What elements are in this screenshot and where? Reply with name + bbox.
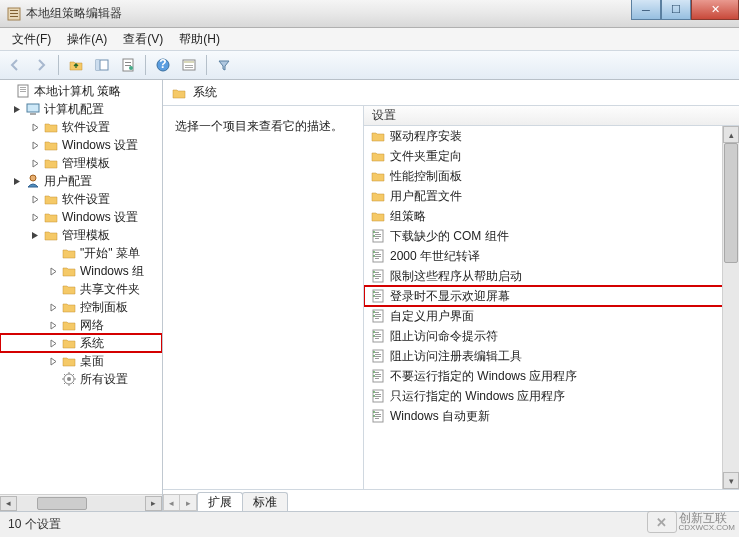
list-vertical-scrollbar[interactable]: ▴ ▾ <box>722 126 739 489</box>
tree-start-menu[interactable]: "开始" 菜单 <box>0 244 162 262</box>
tree-cc-windows[interactable]: Windows 设置 <box>0 136 162 154</box>
menu-action[interactable]: 操作(A) <box>59 29 115 50</box>
properties-button[interactable] <box>117 54 139 76</box>
separator <box>145 55 146 75</box>
titlebar: 本地组策略编辑器 ─ ☐ ✕ <box>0 0 739 28</box>
expand-icon[interactable] <box>48 338 59 349</box>
tree-computer-config[interactable]: 计算机配置 <box>0 100 162 118</box>
tab-scroll-left[interactable]: ◂ <box>163 494 180 511</box>
console-tree[interactable]: 本地计算机 策略 计算机配置 软件设置 Windows 设置 管理模板 <box>0 80 162 390</box>
svg-rect-90 <box>375 412 379 413</box>
collapse-icon[interactable] <box>12 104 23 115</box>
column-header-setting[interactable]: 设置 <box>364 106 739 126</box>
list-item[interactable]: 只运行指定的 Windows 应用程序 <box>364 386 739 406</box>
tree-root[interactable]: 本地计算机 策略 <box>0 82 162 100</box>
folder-icon <box>61 317 77 333</box>
options-button[interactable] <box>178 54 200 76</box>
show-hide-tree-button[interactable] <box>91 54 113 76</box>
svg-rect-92 <box>375 416 381 417</box>
expand-icon[interactable] <box>48 302 59 313</box>
scroll-up-arrow[interactable]: ▴ <box>723 126 739 143</box>
scroll-track[interactable] <box>17 496 145 511</box>
tree-windows-components[interactable]: Windows 组 <box>0 262 162 280</box>
expand-icon[interactable] <box>30 158 41 169</box>
tree-uc-windows[interactable]: Windows 设置 <box>0 208 162 226</box>
expand-icon[interactable] <box>30 194 41 205</box>
list-item[interactable]: 不要运行指定的 Windows 应用程序 <box>364 366 739 386</box>
tree-system[interactable]: 系统 <box>0 334 162 352</box>
expand-icon[interactable] <box>48 320 59 331</box>
list-item[interactable]: 登录时不显示欢迎屏幕 <box>364 286 739 306</box>
list-item[interactable]: 2000 年世纪转译 <box>364 246 739 266</box>
tab-label: 标准 <box>253 494 277 511</box>
minimize-button[interactable]: ─ <box>631 0 661 20</box>
forward-button[interactable] <box>30 54 52 76</box>
expand-icon[interactable] <box>48 266 59 277</box>
menu-view[interactable]: 查看(V) <box>115 29 171 50</box>
list-item[interactable]: 阻止访问注册表编辑工具 <box>364 346 739 366</box>
list-item[interactable]: 驱动程序安装 <box>364 126 739 146</box>
collapse-icon[interactable] <box>12 176 23 187</box>
list-item[interactable]: Windows 自动更新 <box>364 406 739 426</box>
watermark-url: CDXWCX.COM <box>679 524 735 532</box>
expand-icon[interactable] <box>30 212 41 223</box>
details-header: 系统 <box>163 80 739 106</box>
tree-control-panel[interactable]: 控制面板 <box>0 298 162 316</box>
expand-icon <box>48 284 59 295</box>
menu-file[interactable]: 文件(F) <box>4 29 59 50</box>
tab-extended[interactable]: 扩展 <box>197 492 243 511</box>
svg-rect-30 <box>375 238 379 239</box>
up-button[interactable] <box>65 54 87 76</box>
scroll-thumb[interactable] <box>37 497 87 510</box>
svg-rect-15 <box>185 65 193 66</box>
svg-rect-9 <box>125 65 131 66</box>
expand-icon[interactable] <box>30 140 41 151</box>
tree-label: 软件设置 <box>62 119 110 136</box>
tree-desktop[interactable]: 桌面 <box>0 352 162 370</box>
folder-icon <box>370 208 386 224</box>
scroll-thumb[interactable] <box>724 143 738 263</box>
help-button[interactable]: ? <box>152 54 174 76</box>
settings-list[interactable]: 驱动程序安装文件夹重定向性能控制面板用户配置文件组策略下载缺少的 COM 组件2… <box>364 126 739 489</box>
list-item[interactable]: 下载缺少的 COM 组件 <box>364 226 739 246</box>
tab-standard[interactable]: 标准 <box>242 492 288 511</box>
tree-uc-admin[interactable]: 管理模板 <box>0 226 162 244</box>
tree-label: 计算机配置 <box>44 101 104 118</box>
tab-scroll-right[interactable]: ▸ <box>180 494 197 511</box>
expand-icon[interactable] <box>30 122 41 133</box>
list-item-label: 自定义用户界面 <box>390 308 474 325</box>
svg-point-39 <box>373 255 375 257</box>
scroll-track[interactable] <box>723 143 739 472</box>
list-item[interactable]: 自定义用户界面 <box>364 306 739 326</box>
svg-rect-19 <box>20 89 26 90</box>
tree-horizontal-scrollbar[interactable]: ◂ ▸ <box>0 494 162 511</box>
list-item[interactable]: 组策略 <box>364 206 739 226</box>
list-item[interactable]: 文件夹重定向 <box>364 146 739 166</box>
setting-icon <box>370 368 386 384</box>
tree-user-config[interactable]: 用户配置 <box>0 172 162 190</box>
maximize-button[interactable]: ☐ <box>661 0 691 20</box>
list-item[interactable]: 阻止访问命令提示符 <box>364 326 739 346</box>
expand-icon[interactable] <box>48 356 59 367</box>
svg-point-46 <box>373 275 375 277</box>
scroll-left-arrow[interactable]: ◂ <box>0 496 17 511</box>
tree-label: Windows 设置 <box>62 209 138 226</box>
menu-help[interactable]: 帮助(H) <box>171 29 228 50</box>
collapse-icon[interactable] <box>30 230 41 241</box>
tree-shared-folders[interactable]: 共享文件夹 <box>0 280 162 298</box>
scroll-right-arrow[interactable]: ▸ <box>145 496 162 511</box>
list-item[interactable]: 用户配置文件 <box>364 186 739 206</box>
filter-button[interactable] <box>213 54 235 76</box>
tree-all-settings[interactable]: 所有设置 <box>0 370 162 388</box>
tree-uc-software[interactable]: 软件设置 <box>0 190 162 208</box>
svg-rect-85 <box>375 396 381 397</box>
tree-cc-admin[interactable]: 管理模板 <box>0 154 162 172</box>
back-button[interactable] <box>4 54 26 76</box>
scroll-down-arrow[interactable]: ▾ <box>723 472 739 489</box>
close-button[interactable]: ✕ <box>691 0 739 20</box>
tree-network[interactable]: 网络 <box>0 316 162 334</box>
list-item[interactable]: 限制这些程序从帮助启动 <box>364 266 739 286</box>
tree-cc-software[interactable]: 软件设置 <box>0 118 162 136</box>
list-item[interactable]: 性能控制面板 <box>364 166 739 186</box>
details-title: 系统 <box>193 84 217 101</box>
